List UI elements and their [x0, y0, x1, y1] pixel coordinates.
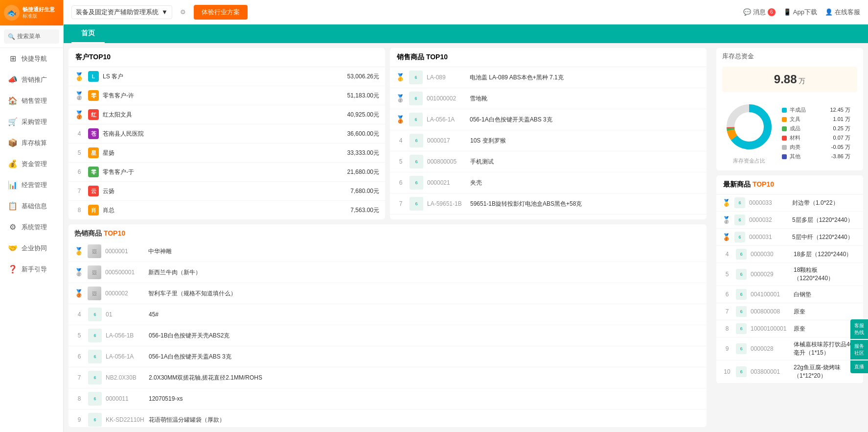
- newest-product-image: 6: [736, 306, 747, 317]
- customer-amount: 40,925.00元: [347, 111, 379, 119]
- product-image: 🖼: [88, 265, 101, 279]
- customer-amount: 21,680.00元: [347, 168, 379, 176]
- product-code: KK-SD22110H: [106, 416, 145, 423]
- customer-list-item: 4 苍 苍南县人民医院 36,600.00元: [69, 124, 385, 144]
- system-icon: ⚙: [8, 222, 18, 232]
- sidebar-item-system[interactable]: ⚙ 系统管理: [0, 216, 63, 238]
- rank-num: 4: [396, 137, 406, 144]
- newest-product-image: 6: [736, 343, 747, 354]
- online-service-btn[interactable]: 👤 在线客服: [825, 8, 860, 17]
- newest-product-name: 体械嘉枝味苏打饮品400毫升（1*15）: [794, 340, 857, 357]
- sidebar-item-sales[interactable]: 🏠 销售管理: [0, 90, 63, 111]
- float-service-btn[interactable]: 客服热线: [850, 319, 868, 339]
- product-image-placeholder: 6: [88, 350, 102, 363]
- product-code: 0000017: [427, 137, 466, 144]
- customer-avatar: 肖: [88, 205, 99, 216]
- hot-product-item: 9 6 KK-SD22110H 花语萌恒温分罐罐袋（厚款）: [69, 409, 707, 427]
- newest-products-header: 最新商品 TOP10: [716, 175, 863, 194]
- sidebar-item-purchase[interactable]: 🛒 采购管理: [0, 111, 63, 132]
- sidebar-item-finance[interactable]: 💰 资金管理: [0, 153, 63, 174]
- product-image: 6: [410, 176, 423, 190]
- sale-product-item: 🥉 6 LA-056-1A 056-1A白色按键开关盖ABS 3克: [390, 109, 707, 130]
- customer-avatar: 苍: [88, 128, 99, 139]
- product-code: 0000002: [105, 290, 144, 297]
- customer-avatar: 零: [88, 90, 99, 101]
- product-name: 45#: [149, 311, 701, 318]
- sidebar-nav: ⊞ 快捷导航 📣 营销推广 🏠 销售管理 🛒 采购管理 📦 库存核算 💰 资金管…: [0, 48, 63, 432]
- legend-label: 半成品: [790, 106, 821, 114]
- message-label: 消息: [753, 8, 766, 17]
- rank-medal: 🥇: [396, 73, 405, 82]
- donut-chart: 库存资金占比: [722, 100, 776, 167]
- tab-home[interactable]: 首页: [71, 24, 105, 43]
- rank-medal: 🥉: [74, 289, 84, 298]
- header-right: 💬 消息 6 📱 App下载 👤 在线客服: [743, 8, 860, 17]
- product-image: 🖼: [88, 287, 101, 300]
- sidebar-item-basic-info[interactable]: 📋 基础信息: [0, 195, 63, 216]
- float-community-btn[interactable]: 服务社区: [850, 340, 868, 360]
- sidebar-item-guide[interactable]: ❓ 新手引导: [0, 259, 63, 280]
- product-image: 6: [409, 113, 423, 126]
- operations-icon: 📊: [8, 180, 18, 190]
- sidebar-item-marketing[interactable]: 📣 营销推广: [0, 69, 63, 90]
- newest-product-code: 0000028: [751, 345, 790, 352]
- newest-product-image: 6: [734, 232, 745, 242]
- newest-product-image: 6: [736, 249, 747, 260]
- legend-item: 其他 -3.86 万: [782, 153, 850, 160]
- system-name-label: 装备及固定资产辅助管理系统: [76, 8, 159, 17]
- sidebar-item-label: 采购管理: [22, 118, 47, 126]
- quick-nav-icon: ⊞: [8, 54, 18, 63]
- rank-num: 7: [396, 200, 406, 207]
- sale-products-list: 🥇 6 LA-089 电池盖 LA-089 ABS本色+黑种 7.1克 🥈 6 …: [390, 67, 707, 215]
- newest-product-name: 5层中纤（1220*2440）: [792, 233, 857, 241]
- customer-name: 零售客户-许: [103, 92, 343, 100]
- app-download-label: App下载: [793, 8, 817, 17]
- newest-product-name: 18多层（1220*2440）: [794, 250, 857, 259]
- product-code: 0000011: [106, 395, 145, 402]
- rank-num: 6: [74, 168, 84, 175]
- sidebar-item-cooperation[interactable]: 🤝 企业协同: [0, 238, 63, 259]
- rank-medal: 🥈: [74, 268, 84, 277]
- hot-product-item: 5 6 LA-056-1B 056-1B白色按键开关壳ABS2克: [69, 325, 707, 346]
- top-section: 客户TOP10 🥇 L LS 客户 53,006.26元 🥈 零 零售客户-许 …: [69, 48, 707, 219]
- product-code: LA-056-1A: [106, 353, 145, 360]
- newest-product-name: 原奎: [794, 325, 857, 333]
- settings-icon[interactable]: ⚙: [178, 6, 188, 18]
- customer-avatar: L: [88, 71, 99, 82]
- app-download-btn[interactable]: 📱 App下载: [783, 8, 817, 17]
- product-code: LA-056-1B: [106, 332, 145, 339]
- top-customers-header: 客户TOP10: [69, 48, 385, 67]
- top-sale-title: 销售商品 TOP10: [397, 53, 448, 61]
- search-menu-button[interactable]: 🔍 搜索菜单: [4, 29, 59, 44]
- customer-list-item: 7 云 云扬 7,680.00元: [69, 182, 385, 201]
- trial-button[interactable]: 体验行业方案: [194, 5, 248, 20]
- legend-color: [782, 154, 787, 159]
- sidebar-item-label: 经营管理: [22, 181, 47, 190]
- newest-product-item: 7 6 000800008 原奎: [716, 303, 863, 320]
- system-selector[interactable]: 装备及固定资产辅助管理系统 ▼: [71, 5, 172, 19]
- sidebar-item-label: 资金管理: [22, 160, 47, 168]
- guide-icon: ❓: [8, 264, 18, 274]
- sidebar-item-inventory[interactable]: 📦 库存核算: [0, 132, 63, 153]
- newest-product-image: 6: [736, 366, 747, 377]
- legend-item: 成品 0.25 万: [782, 125, 850, 132]
- finance-icon: 💰: [8, 159, 18, 168]
- float-live-btn[interactable]: 直播: [850, 360, 868, 373]
- tab-home-label: 首页: [81, 29, 95, 38]
- legend-value: 0.25 万: [823, 125, 850, 132]
- product-image: 🖼: [88, 244, 101, 258]
- hot-products-title: 热销商品 TOP10: [74, 229, 125, 237]
- sidebar-item-quick-nav[interactable]: ⊞ 快捷导航: [0, 48, 63, 69]
- newest-product-item: 8 6 10000100001 原奎: [716, 320, 863, 337]
- sidebar-item-operations[interactable]: 📊 经营管理: [0, 174, 63, 195]
- basic-info-icon: 📋: [8, 201, 18, 211]
- sidebar-item-label: 企业协同: [22, 244, 47, 253]
- sale-product-item: 🥈 6 001000002 雪地靴: [390, 88, 707, 109]
- message-btn[interactable]: 💬 消息 6: [743, 8, 776, 17]
- customer-list-item: 5 星 星扬 33,333.00元: [69, 144, 385, 163]
- rank-num: 4: [74, 130, 84, 137]
- customer-list-item: 🥈 零 零售客户-许 51,183.00元: [69, 86, 385, 105]
- product-code: 000800005: [427, 158, 466, 165]
- newest-products-list: 🥇 6 0000033 封边带（1.0*22） 🥈 6 0000032 5层多层…: [716, 194, 863, 384]
- customer-list-item: 🥉 红 红太阳文具 40,925.00元: [69, 105, 385, 124]
